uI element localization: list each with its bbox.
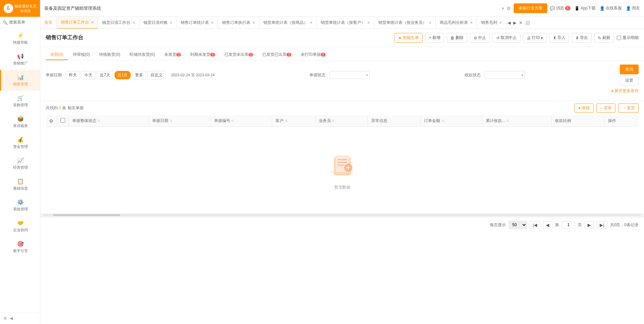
th-number[interactable]: 单据编号 ⇅ — [210, 115, 272, 127]
select-all-checkbox[interactable] — [60, 118, 65, 123]
filter-row-1: 单据日期 昨天 今天 近7天 近1月 更多 自定义 2023-02-24 至 2… — [46, 65, 639, 85]
th-staff[interactable]: 业务员 ⇅ — [315, 115, 368, 127]
th-status[interactable]: 单据整体状态 ⇅ — [69, 115, 149, 127]
page-last-btn[interactable]: ▶| — [597, 221, 607, 229]
page-prev-btn[interactable]: ◀ — [543, 221, 552, 229]
tab-close-sales-by-staff[interactable]: ✕ — [429, 21, 431, 25]
collapse-icon[interactable]: ◀ — [10, 316, 13, 321]
date-custom-btn[interactable]: 自定义 — [147, 71, 166, 79]
settings-icon[interactable]: ⚙ — [3, 316, 7, 321]
tab-close-order-exec[interactable]: ✕ — [252, 21, 255, 25]
tab-sales-by-customer[interactable]: 销货单统计表（按客户） ✕ — [317, 17, 374, 29]
status-select[interactable] — [330, 71, 370, 79]
import-btn[interactable]: ⬆ 导入 — [549, 33, 569, 43]
cancel-stop-btn[interactable]: ↺ 取消中止 — [492, 33, 520, 43]
per-page-select[interactable]: 50 10 20 100 — [509, 221, 527, 229]
tab-close-sales-by-customer[interactable]: ✕ — [367, 21, 370, 25]
sidebar-item-baseinfo[interactable]: 📋 基础信息 — [0, 174, 40, 195]
scroll-track[interactable] — [43, 214, 641, 216]
tab-nav-next[interactable]: ▶ — [512, 21, 518, 25]
page-first-btn[interactable]: |◀ — [530, 221, 540, 229]
sidebar-item-sales[interactable]: 📊 销售管理 — [0, 70, 40, 91]
sidebar-item-system[interactable]: ⚙️ 系统管理 — [0, 195, 40, 216]
dropdown-icon[interactable]: ▾ — [502, 6, 504, 11]
delete-btn[interactable]: 🗑 删除 — [447, 33, 467, 43]
sidebar-item-guide[interactable]: 🎯 新手引导 — [0, 237, 40, 257]
set-btn[interactable]: 设置 — [620, 76, 639, 85]
column-settings-icon[interactable]: ⚙ — [49, 118, 53, 124]
tab-order-stats[interactable]: 销售订单统计表 ✕ — [177, 17, 218, 29]
online-service-btn[interactable]: 👤 在线客服 — [600, 5, 622, 11]
user-btn[interactable]: 👤 用友 — [626, 5, 640, 11]
expand-filter-btn[interactable]: ▾ 展开更多条件 — [611, 88, 639, 94]
date-today-btn[interactable]: 今天 — [81, 71, 95, 79]
message-btn[interactable]: 💬 消息 6 — [550, 5, 570, 11]
subtab-wangpu-ship[interactable]: 旺铺待发货(0) — [125, 50, 160, 60]
subtab-shipped-out[interactable]: 已发货已出库0 — [258, 50, 296, 60]
query-btn[interactable]: 查询 — [620, 65, 639, 74]
sidebar-item-marketing[interactable]: 📢 营销推广 — [0, 49, 40, 70]
subtab-not-printed[interactable]: 未打印单据0 — [296, 50, 330, 60]
tab-order-exec[interactable]: 销售订单执行表 ✕ — [218, 17, 259, 29]
stop-btn[interactable]: ⊘ 中止 — [470, 33, 490, 43]
subtab-shipped-not-out[interactable]: 已发货未出库0 — [220, 50, 258, 60]
show-detail-checkbox[interactable] — [617, 36, 621, 40]
tab-close-sales-margin[interactable]: ✕ — [499, 21, 502, 25]
th-date[interactable]: 单据日期 ⇅ — [149, 115, 210, 127]
tab-close-reconcile[interactable]: ✕ — [170, 21, 172, 25]
audit-btn[interactable]: ● 审核 — [574, 104, 594, 113]
show-detail-label[interactable]: 显示明细 — [617, 35, 639, 41]
tab-sales-margin[interactable]: 销售毛利 ✕ — [477, 17, 506, 29]
sidebar-item-collab[interactable]: 🤝 企业协同 — [0, 216, 40, 237]
date-1month-btn[interactable]: 近1月 — [115, 71, 131, 79]
tab-close-order-stats[interactable]: ✕ — [211, 21, 214, 25]
new-btn[interactable]: + 新增 — [425, 33, 444, 43]
refresh-btn[interactable]: ↻ 刷新 — [594, 33, 614, 43]
page-input[interactable] — [562, 221, 575, 229]
tab-daily-clear[interactable]: 钱货日清工作台 ✕ — [98, 17, 139, 29]
tab-close-margin-analysis[interactable]: ✕ — [470, 21, 473, 25]
sidebar-item-purchase[interactable]: 🛒 采购管理 — [0, 91, 40, 112]
th-collected[interactable]: 累计收款... ⇅ — [482, 115, 551, 127]
tab-close-daily-clear[interactable]: ✕ — [132, 21, 135, 25]
tab-close-sales-workbench[interactable]: ✕ — [91, 21, 94, 24]
tab-sales-by-staff[interactable]: 销货单统计表（按业务员） ✕ — [374, 17, 436, 29]
tab-sales-by-product[interactable]: 销货单统计表（按商品） ✕ — [259, 17, 317, 29]
subtab-pending-audit[interactable]: 待审核(0) — [68, 50, 95, 60]
cancel-audit-btn[interactable]: ○ 弃审 — [596, 104, 615, 113]
subtab-not-shipped[interactable]: 未发货0 — [160, 50, 186, 60]
horizontal-scrollbar[interactable] — [40, 213, 644, 217]
tab-nav-prev[interactable]: ◀ — [506, 21, 512, 25]
settings-gear-icon[interactable]: ⚙ — [507, 6, 511, 11]
tab-close-sales-by-product[interactable]: ✕ — [310, 21, 312, 25]
page-next-btn[interactable]: ▶ — [585, 221, 594, 229]
date-7days-btn[interactable]: 近7天 — [97, 71, 113, 79]
sidebar-item-quicknav[interactable]: ⚡ 快捷导航 — [0, 28, 40, 49]
tab-home[interactable]: 首页 — [40, 17, 57, 29]
print-btn[interactable]: 🖨 打印 ▾ — [523, 33, 547, 43]
th-settings[interactable]: ⚙ — [46, 115, 57, 127]
tab-sales-workbench[interactable]: 销售订单工作台 ✕ — [57, 17, 98, 29]
subtab-all[interactable]: 全部(0) — [46, 50, 68, 60]
date-yesterday-btn[interactable]: 昨天 — [66, 71, 80, 79]
scroll-thumb[interactable] — [53, 214, 120, 216]
payment-select[interactable] — [485, 71, 525, 79]
tab-maximize[interactable]: ⬜ — [524, 21, 531, 25]
date-more-btn[interactable]: 更多 — [132, 71, 146, 79]
sidebar-item-search[interactable]: 🔍 搜索菜单 — [0, 17, 40, 28]
sidebar-item-finance[interactable]: 💰 资金管理 — [0, 132, 40, 153]
app-download-btn[interactable]: 📱 App下载 — [574, 5, 596, 11]
th-customer[interactable]: 客户 ⇅ — [272, 115, 315, 127]
subtab-pending-inspect[interactable]: 待拣验货(0) — [94, 50, 125, 60]
tab-close-all[interactable]: ✕ — [518, 21, 524, 25]
th-amount[interactable]: 订单金额 ⇅ — [421, 115, 482, 127]
industry-btn[interactable]: 体验行业方案 — [514, 3, 547, 13]
tab-reconcile[interactable]: 钱货日清对账 ✕ — [139, 17, 177, 29]
tab-margin-analysis[interactable]: 商品毛利分析表 ✕ — [436, 17, 477, 29]
subtab-overdue-ship[interactable]: 到期未发货0 — [185, 50, 220, 60]
sidebar-item-inventory[interactable]: 📦 库存核算 — [0, 112, 40, 132]
sidebar-item-operation[interactable]: 📈 经营管理 — [0, 153, 40, 174]
export-btn[interactable]: ⬇ 导出 — [572, 33, 592, 43]
ship-btn[interactable]: → 发货 — [618, 104, 639, 113]
smart-create-btn[interactable]: ★ 智能生单 — [394, 33, 423, 43]
